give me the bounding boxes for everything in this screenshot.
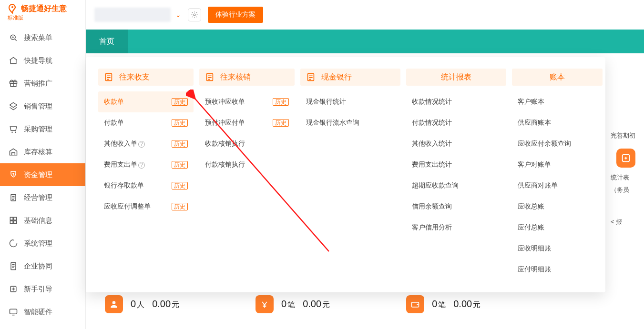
nav-label: 系统管理: [24, 239, 52, 248]
tab-home[interactable]: 首页: [86, 30, 128, 53]
brand-logo-icon: [7, 3, 18, 14]
mega-item[interactable]: 应收明细账: [512, 238, 603, 259]
side-hints: 完善期初 统计表 务员） 报 >: [611, 130, 644, 228]
floating-action-icon[interactable]: [616, 149, 635, 168]
nav-item-sales[interactable]: 销售管理: [0, 95, 85, 118]
mega-column-list: 预收冲应收单历史预付冲应付单历史收款核销执行付款核销执行: [199, 91, 295, 175]
mega-item[interactable]: 供应商对账单: [512, 175, 603, 196]
svg-point-14: [112, 301, 116, 304]
mega-item-label: 付款情况统计: [412, 119, 452, 126]
history-tag[interactable]: 历史: [172, 182, 188, 189]
nav-item-system[interactable]: 系统管理: [0, 232, 85, 255]
mega-item[interactable]: 付款情况统计: [406, 112, 506, 133]
org-name-placeholder: [94, 8, 171, 22]
home-icon: [9, 56, 18, 65]
people-icon: [105, 295, 123, 313]
tv-icon: [9, 307, 18, 317]
mega-column: 现金银行现金银行统计现金银行流水查询: [300, 69, 400, 280]
mega-item[interactable]: 费用支出单?历史: [98, 154, 194, 175]
svg-rect-5: [10, 217, 13, 220]
history-tag[interactable]: 历史: [273, 98, 289, 106]
mega-item[interactable]: 收款核销执行: [199, 133, 295, 154]
mega-item-label: 应收明细账: [518, 244, 551, 252]
logo-block: 畅捷通好生意 标准版: [0, 0, 85, 23]
mega-item-label: 供应商对账单: [518, 181, 558, 189]
mega-item[interactable]: 现金银行统计: [300, 91, 400, 112]
mega-item[interactable]: 应付总账: [512, 217, 603, 238]
document-icon: [305, 71, 317, 83]
mega-item-label: 费用支出单: [104, 160, 137, 168]
mega-item[interactable]: 收款单历史: [98, 91, 194, 112]
mega-item[interactable]: 预付冲应付单历史: [199, 112, 295, 133]
nav-item-quicknav[interactable]: 快捷导航: [0, 49, 85, 72]
nav-item-search[interactable]: 搜索菜单: [0, 26, 85, 49]
nav-label: 智能硬件: [24, 308, 52, 317]
mega-item-label: 预付冲应付单: [205, 119, 245, 126]
mega-item[interactable]: 其他收入单?历史: [98, 133, 194, 154]
money-icon: [9, 170, 18, 179]
nav-label: 销售管理: [24, 102, 52, 111]
mega-item[interactable]: 超期应收款查询: [406, 175, 506, 196]
mega-item[interactable]: 付款核销执行: [199, 154, 295, 175]
mega-item-label: 应收应付余额查询: [518, 140, 571, 147]
history-tag[interactable]: 历史: [172, 161, 188, 169]
mega-item[interactable]: 预收冲应收单历史: [199, 91, 295, 112]
mega-item[interactable]: 应收应付余额查询: [512, 133, 603, 154]
help-icon[interactable]: ?: [138, 141, 145, 148]
nav-item-funds[interactable]: 资金管理: [0, 163, 85, 186]
nav-item-ops[interactable]: 经营管理: [0, 186, 85, 209]
nav-item-base[interactable]: 基础信息: [0, 209, 85, 232]
clipboard-icon: [9, 193, 18, 202]
mega-item[interactable]: 客户对账单: [512, 154, 603, 175]
industry-plan-button[interactable]: 体验行业方案: [208, 7, 263, 23]
chevron-down-icon: ⌄: [175, 11, 181, 19]
mega-item[interactable]: 应收总账: [512, 196, 603, 217]
mega-item[interactable]: 应收应付调整单历史: [98, 196, 194, 217]
history-tag[interactable]: 历史: [273, 119, 289, 127]
history-tag[interactable]: 历史: [172, 140, 188, 148]
nav-label: 基础信息: [24, 216, 52, 225]
nav-item-guide[interactable]: 新手引导: [0, 278, 85, 300]
mega-item[interactable]: 收款情况统计: [406, 91, 506, 112]
gear-icon[interactable]: [188, 8, 201, 21]
mega-item-label: 应收总账: [518, 202, 544, 210]
nav-item-purchase[interactable]: 采购管理: [0, 118, 85, 140]
mega-column-header: 现金银行: [300, 69, 400, 86]
mega-item-label: 费用支出统计: [412, 160, 452, 168]
history-tag[interactable]: 历史: [172, 119, 188, 127]
history-tag[interactable]: 历史: [172, 98, 188, 106]
nav-item-collab[interactable]: 企业协同: [0, 255, 85, 278]
mega-item[interactable]: 现金银行流水查询: [300, 112, 400, 133]
mega-item[interactable]: 客户账本: [512, 91, 603, 112]
mega-item-label: 付款单: [104, 119, 124, 126]
mega-column-title: 往来收支: [119, 72, 150, 82]
history-tag[interactable]: 历史: [172, 203, 188, 210]
mega-item[interactable]: 客户信用分析: [406, 217, 506, 238]
mega-item[interactable]: 信用余额查询: [406, 196, 506, 217]
stats-row: 0人 0.00元 0笔 0.00元 0笔 0.00元: [105, 290, 634, 319]
mega-item[interactable]: 银行存取款单历史: [98, 175, 194, 196]
brand-name: 畅捷通好生意: [21, 4, 67, 14]
mega-item-label: 客户对账单: [518, 160, 551, 168]
sparkle-icon: [9, 284, 18, 294]
nav-item-hardware[interactable]: 智能硬件: [0, 300, 85, 323]
mega-item-label: 预收冲应收单: [205, 98, 245, 105]
mega-item[interactable]: 其他收入统计: [406, 133, 506, 154]
nav-label: 快捷导航: [24, 56, 52, 65]
stat-card: 0笔 0.00元: [406, 290, 480, 319]
svg-rect-7: [10, 221, 13, 224]
mega-column: 账本客户账本供应商账本应收应付余额查询客户对账单供应商对账单应收总账应付总账应收…: [512, 69, 603, 280]
mega-item[interactable]: 费用支出统计: [406, 154, 506, 175]
mega-column: 统计报表收款情况统计付款情况统计其他收入统计费用支出统计超期应收款查询信用余额查…: [406, 69, 506, 280]
mega-item[interactable]: 应付明细账: [512, 259, 603, 280]
mega-item-label: 收款单: [104, 98, 124, 105]
nav-label: 企业协同: [24, 262, 52, 271]
nav-item-inventory[interactable]: 库存核算: [0, 140, 85, 163]
grid-icon: [9, 216, 18, 225]
mega-item[interactable]: 供应商账本: [512, 112, 603, 133]
mega-item[interactable]: 付款单历史: [98, 112, 194, 133]
nav-item-marketing[interactable]: 营销推广: [0, 72, 85, 95]
money-icon: [256, 295, 274, 313]
help-icon[interactable]: ?: [138, 162, 145, 169]
org-selector[interactable]: ⌄: [94, 8, 181, 22]
